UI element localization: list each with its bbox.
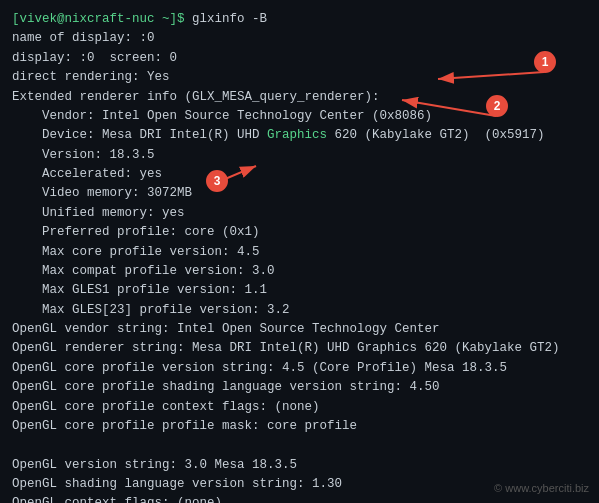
output-line-6: Device: Mesa DRI Intel(R) UHD Graphics 6… <box>12 126 587 145</box>
annotation-circle-2: 2 <box>486 95 508 117</box>
output-line-12: Max core profile version: 4.5 <box>12 243 587 262</box>
output-line-10: Unified memory: yes <box>12 204 587 223</box>
output-line-17: OpenGL renderer string: Mesa DRI Intel(R… <box>12 339 587 358</box>
output-line-1: name of display: :0 <box>12 29 587 48</box>
watermark: © www.cyberciti.biz <box>494 480 589 497</box>
output-line-8: Accelerated: yes <box>12 165 587 184</box>
output-blank-1 <box>12 436 587 455</box>
command-line: [vivek@nixcraft-nuc ~]$ glxinfo -B <box>12 10 587 29</box>
output-line-22: OpenGL version string: 3.0 Mesa 18.3.5 <box>12 456 587 475</box>
output-line-18: OpenGL core profile version string: 4.5 … <box>12 359 587 378</box>
output-line-14: Max GLES1 profile version: 1.1 <box>12 281 587 300</box>
command-text: glxinfo -B <box>192 12 267 26</box>
output-line-7: Version: 18.3.5 <box>12 146 587 165</box>
annotation-circle-3: 3 <box>206 170 228 192</box>
output-line-15: Max GLES[23] profile version: 3.2 <box>12 301 587 320</box>
annotation-circle-1: 1 <box>534 51 556 73</box>
output-line-13: Max compat profile version: 3.0 <box>12 262 587 281</box>
output-line-20: OpenGL core profile context flags: (none… <box>12 398 587 417</box>
output-line-9: Video memory: 3072MB <box>12 184 587 203</box>
output-line-11: Preferred profile: core (0x1) <box>12 223 587 242</box>
terminal-window: [vivek@nixcraft-nuc ~]$ glxinfo -B name … <box>0 0 599 503</box>
output-line-16: OpenGL vendor string: Intel Open Source … <box>12 320 587 339</box>
prompt: [vivek@nixcraft-nuc ~]$ <box>12 12 192 26</box>
output-line-21: OpenGL core profile profile mask: core p… <box>12 417 587 436</box>
output-line-2: display: :0 screen: 0 <box>12 49 587 68</box>
output-line-3: direct rendering: Yes <box>12 68 587 87</box>
output-line-19: OpenGL core profile shading language ver… <box>12 378 587 397</box>
